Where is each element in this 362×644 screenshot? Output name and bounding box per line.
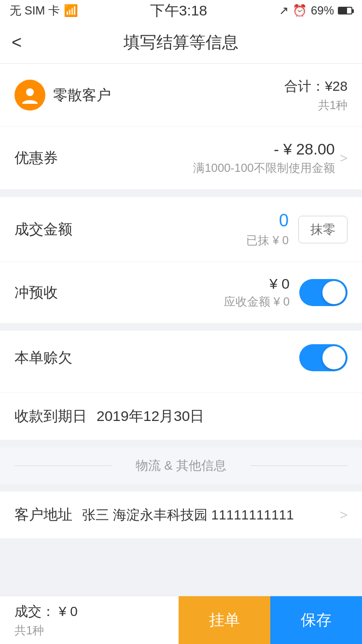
- amount-right: 0 已抹 ¥ 0 抹零: [246, 210, 348, 248]
- bottom-count: 共1种: [14, 623, 164, 638]
- bottom-trans-text: 成交：: [14, 604, 55, 619]
- round-button[interactable]: 抹零: [298, 216, 348, 243]
- address-label: 客户地址: [14, 505, 72, 525]
- amount-value: 0: [246, 210, 289, 231]
- customer-section: 零散客户 合计：¥28 共1种 优惠券 - ¥ 28.00 满1000-100不…: [0, 64, 362, 189]
- credit-row: 本单赊欠: [0, 331, 362, 385]
- status-bar: 无 SIM 卡 📶 下午3:18 ↗ ⏰ 69%: [0, 0, 362, 21]
- hold-button[interactable]: 挂单: [179, 596, 270, 644]
- credit-toggle-knob: [322, 346, 346, 369]
- svg-point-0: [26, 88, 34, 96]
- amount-sub: 已抹 ¥ 0: [246, 233, 289, 248]
- advance-sub: 应收金额 ¥ 0: [224, 294, 290, 309]
- advance-right: ¥ 0 应收金额 ¥ 0: [224, 276, 348, 309]
- amount-label: 成交金额: [14, 220, 72, 239]
- bottom-summary: 成交： ¥ 0 共1种: [0, 602, 179, 638]
- credit-label: 本单赊欠: [14, 348, 72, 368]
- customer-row: 零散客户 合计：¥28 共1种: [0, 64, 362, 126]
- advance-value-wrap: ¥ 0 应收金额 ¥ 0: [224, 276, 290, 309]
- bottom-trans-label: 成交： ¥ 0: [14, 602, 164, 621]
- divider-text: 物流 & 其他信息: [136, 457, 226, 474]
- person-icon: [20, 85, 40, 105]
- nav-bar: < 填写结算等信息: [0, 21, 362, 64]
- total-amount: 合计：¥28: [284, 77, 348, 96]
- divider-line-left: [14, 465, 111, 466]
- chevron-right-icon: >: [340, 151, 348, 166]
- advance-value: ¥ 0: [224, 276, 290, 292]
- status-right: ↗ ⏰ 69%: [279, 4, 352, 17]
- amount-row: 成交金额 0 已抹 ¥ 0 抹零: [0, 197, 362, 262]
- transaction-section: 成交金额 0 已抹 ¥ 0 抹零 冲预收 ¥ 0 应收金额 ¥ 0: [0, 197, 362, 323]
- avatar: [14, 80, 45, 111]
- due-date-row: 收款到期日 2019年12月30日: [0, 392, 362, 440]
- address-row[interactable]: 客户地址 张三 海淀永丰科技园 11111111111 >: [0, 491, 362, 538]
- coupon-discount: - ¥ 28.00: [193, 140, 334, 158]
- battery-icon: [338, 7, 352, 14]
- coupon-label: 优惠券: [14, 148, 58, 168]
- alarm-icon: ⏰: [292, 4, 307, 17]
- advance-toggle[interactable]: [299, 279, 348, 306]
- wifi-icon: 📶: [64, 4, 78, 17]
- save-button[interactable]: 保存: [270, 596, 362, 644]
- back-button[interactable]: <: [12, 32, 22, 53]
- advance-label: 冲预收: [14, 283, 58, 303]
- divider-section: 物流 & 其他信息: [0, 448, 362, 484]
- credit-toggle[interactable]: [299, 344, 348, 371]
- amount-value-wrap: 0 已抹 ¥ 0: [246, 210, 289, 248]
- advance-row: 冲预收 ¥ 0 应收金额 ¥ 0: [0, 262, 362, 323]
- customer-name: 零散客户: [53, 85, 111, 105]
- due-date-label: 收款到期日: [14, 406, 87, 426]
- due-date-value: 2019年12月30日: [97, 406, 204, 426]
- customer-total: 合计：¥28 共1种: [284, 77, 348, 113]
- bottom-bar: 成交： ¥ 0 共1种 挂单 保存: [0, 596, 362, 644]
- address-chevron-icon: >: [340, 507, 348, 523]
- address-value: 张三 海淀永丰科技园 11111111111: [82, 506, 340, 524]
- status-left: 无 SIM 卡 📶: [10, 3, 78, 18]
- coupon-value-wrap: - ¥ 28.00 满1000-100不限制使用金额: [193, 140, 334, 176]
- bottom-spacer: [0, 546, 362, 604]
- bottom-trans-value: ¥ 0: [59, 604, 78, 619]
- divider-line-right: [251, 465, 348, 466]
- coupon-right: - ¥ 28.00 满1000-100不限制使用金额 >: [193, 140, 348, 176]
- battery-text: 69%: [311, 4, 334, 17]
- carrier-text: 无 SIM 卡: [10, 3, 60, 18]
- customer-info: 零散客户: [14, 80, 111, 111]
- coupon-row[interactable]: 优惠券 - ¥ 28.00 满1000-100不限制使用金额 >: [0, 126, 362, 189]
- status-time: 下午3:18: [150, 1, 207, 21]
- toggle-knob: [322, 281, 346, 304]
- credit-section: 本单赊欠 收款到期日 2019年12月30日: [0, 331, 362, 440]
- total-count: 共1种: [284, 98, 348, 113]
- location-icon: ↗: [279, 4, 289, 17]
- coupon-description: 满1000-100不限制使用金额: [193, 160, 334, 176]
- page-title: 填写结算等信息: [124, 31, 238, 54]
